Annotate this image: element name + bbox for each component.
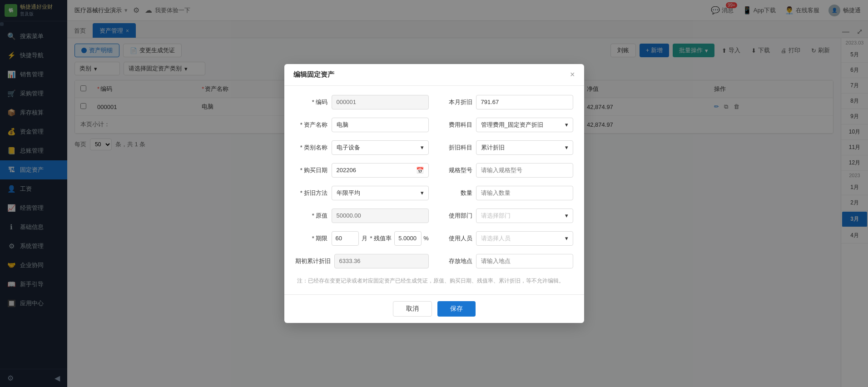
purchase-date-value: 202206 bbox=[337, 167, 356, 174]
category-select[interactable]: 电子设备 ▾ bbox=[332, 140, 429, 155]
code-label: * 编码 bbox=[295, 98, 328, 106]
modal-row-7: * 期限 月 * 残值率 % 使用人员 请选择人员 bbox=[295, 231, 573, 246]
department-label: 使用部门 bbox=[440, 212, 472, 220]
original-value-input[interactable] bbox=[332, 208, 429, 223]
field-original-value: * 原值 bbox=[295, 208, 429, 223]
expense-account-label: 费用科目 bbox=[440, 121, 472, 129]
location-label: 存放地点 bbox=[440, 257, 472, 265]
field-category: * 类别名称 电子设备 ▾ bbox=[295, 140, 429, 155]
modal-note: 注：已经存在变更记录或者对应固定资产已经生成凭证，原值、购买日期、残值率、累计折… bbox=[295, 277, 573, 285]
field-expense-account: 费用科目 管理费用_固定资产折旧 ▾ bbox=[440, 118, 573, 132]
pct-sign: % bbox=[423, 235, 429, 242]
modal-row-8: 期初累计折旧 存放地点 bbox=[295, 254, 573, 268]
expense-account-value: 管理费用_固定资产折旧 bbox=[481, 121, 543, 129]
field-depreciation-method: * 折旧方法 年限平均 ▾ bbox=[295, 186, 429, 200]
depreciation-method-label: * 折旧方法 bbox=[295, 189, 328, 197]
field-quantity: 数量 bbox=[440, 186, 573, 200]
quantity-input[interactable] bbox=[476, 186, 573, 200]
initial-depreciation-input[interactable] bbox=[334, 254, 429, 268]
save-button[interactable]: 保存 bbox=[437, 301, 476, 317]
period-row: 月 * 残值率 % bbox=[332, 231, 429, 246]
field-location: 存放地点 bbox=[440, 254, 573, 268]
depreciation-account-value: 累计折旧 bbox=[481, 144, 505, 152]
modal-row-1: * 编码 本月折旧 bbox=[295, 95, 573, 109]
field-purchase-date: * 购买日期 202206 📅 bbox=[295, 163, 429, 178]
category-label: * 类别名称 bbox=[295, 144, 328, 152]
depreciation-account-select[interactable]: 累计折旧 ▾ bbox=[476, 140, 573, 155]
modal-overlay: 编辑固定资产 × * 编码 本月折旧 * 资产名称 bbox=[0, 0, 868, 387]
expense-account-chevron: ▾ bbox=[565, 121, 568, 128]
category-value: 电子设备 bbox=[337, 144, 360, 152]
modal-header: 编辑固定资产 × bbox=[284, 64, 584, 86]
modal-row-2: * 资产名称 费用科目 管理费用_固定资产折旧 ▾ bbox=[295, 118, 573, 132]
depreciation-method-chevron: ▾ bbox=[421, 189, 424, 196]
purchase-date-input[interactable]: 202206 📅 bbox=[332, 163, 429, 178]
calendar-icon: 📅 bbox=[416, 167, 424, 174]
code-input[interactable] bbox=[332, 95, 429, 109]
modal-footer: 取消 保存 bbox=[284, 294, 584, 323]
modal-close-btn[interactable]: × bbox=[570, 70, 575, 79]
person-select[interactable]: 请选择人员 ▾ bbox=[476, 231, 573, 246]
field-depreciation-account: 折旧科目 累计折旧 ▾ bbox=[440, 140, 573, 155]
modal-body: * 编码 本月折旧 * 资产名称 费用科目 管理费用_固定资产折旧 bbox=[284, 86, 584, 294]
expense-account-select[interactable]: 管理费用_固定资产折旧 ▾ bbox=[476, 118, 573, 132]
field-code: * 编码 bbox=[295, 95, 429, 109]
person-chevron: ▾ bbox=[565, 235, 568, 242]
department-select[interactable]: 请选择部门 ▾ bbox=[476, 208, 573, 223]
modal-row-3: * 类别名称 电子设备 ▾ 折旧科目 累计折旧 ▾ bbox=[295, 140, 573, 155]
field-monthly-depreciation: 本月折旧 bbox=[440, 95, 573, 109]
department-chevron: ▾ bbox=[565, 212, 568, 219]
monthly-depreciation-input[interactable] bbox=[476, 95, 573, 109]
quantity-label: 数量 bbox=[440, 189, 472, 197]
field-initial-depreciation: 期初累计折旧 bbox=[295, 254, 429, 268]
spec-input[interactable] bbox=[476, 163, 573, 178]
depreciation-method-select[interactable]: 年限平均 ▾ bbox=[332, 186, 429, 200]
cancel-button[interactable]: 取消 bbox=[393, 301, 432, 317]
department-placeholder: 请选择部门 bbox=[481, 212, 511, 220]
period-input[interactable] bbox=[332, 231, 359, 246]
modal-row-5: * 折旧方法 年限平均 ▾ 数量 bbox=[295, 186, 573, 200]
modal-row-6: * 原值 使用部门 请选择部门 ▾ bbox=[295, 208, 573, 223]
original-value-label: * 原值 bbox=[295, 212, 328, 220]
depreciation-account-chevron: ▾ bbox=[565, 144, 568, 151]
name-label: * 资产名称 bbox=[295, 121, 328, 129]
field-department: 使用部门 请选择部门 ▾ bbox=[440, 208, 573, 223]
monthly-depreciation-label: 本月折旧 bbox=[440, 98, 472, 106]
field-spec: 规格型号 bbox=[440, 163, 573, 178]
field-period: * 期限 月 * 残值率 % bbox=[295, 231, 429, 246]
residual-rate-input[interactable] bbox=[394, 231, 422, 246]
name-input[interactable] bbox=[332, 118, 429, 132]
spec-label: 规格型号 bbox=[440, 166, 472, 174]
residual-rate-label: * 残值率 bbox=[370, 234, 392, 243]
depreciation-method-value: 年限平均 bbox=[337, 189, 360, 197]
location-input[interactable] bbox=[476, 254, 573, 268]
edit-fixed-asset-modal: 编辑固定资产 × * 编码 本月折旧 * 资产名称 bbox=[284, 64, 584, 323]
person-label: 使用人员 bbox=[440, 234, 472, 243]
depreciation-account-label: 折旧科目 bbox=[440, 144, 472, 152]
residual-rate-wrap: % bbox=[394, 231, 429, 246]
purchase-date-label: * 购买日期 bbox=[295, 166, 328, 174]
period-label: * 期限 bbox=[295, 234, 328, 243]
modal-title: 编辑固定资产 bbox=[293, 70, 334, 79]
initial-depreciation-label: 期初累计折旧 bbox=[295, 257, 331, 265]
field-person: 使用人员 请选择人员 ▾ bbox=[440, 231, 573, 246]
field-name: * 资产名称 bbox=[295, 118, 429, 132]
category-chevron: ▾ bbox=[421, 144, 424, 151]
modal-row-4: * 购买日期 202206 📅 规格型号 bbox=[295, 163, 573, 178]
period-unit: 月 bbox=[362, 234, 367, 243]
person-placeholder: 请选择人员 bbox=[481, 234, 511, 243]
